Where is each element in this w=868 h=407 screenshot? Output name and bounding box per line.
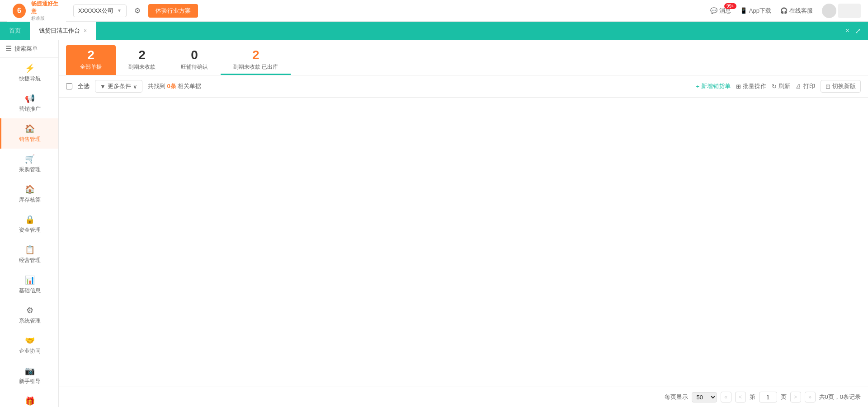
stat-label-all: 全部单据 <box>80 63 102 71</box>
switch-label: 切换新版 <box>832 82 856 90</box>
switch-icon: ⊡ <box>826 83 830 90</box>
found-prefix: 共找到 <box>148 83 165 89</box>
top-bar-content: XXXXXX公司 ▼ ⚙ 体验行业方案 💬 消息 99+ 📱 App下载 🎧 在… <box>66 4 861 18</box>
guide-icon: 📷 <box>25 366 35 376</box>
print-label: 打印 <box>803 82 815 90</box>
stat-number-pending: 0 <box>191 48 198 62</box>
sidebar-label-marketing: 营销推广 <box>19 105 41 113</box>
app-download-button[interactable]: 📱 App下载 <box>740 7 771 15</box>
last-page-button[interactable]: » <box>805 392 816 402</box>
online-support-label: 在线客服 <box>789 7 813 15</box>
experience-button[interactable]: 体验行业方案 <box>148 4 198 18</box>
add-sales-order-button[interactable]: + 新增销货单 <box>696 82 731 90</box>
tab-active[interactable]: 钱货日清工作台 × <box>30 22 96 40</box>
tab-home[interactable]: 首页 <box>0 22 30 40</box>
stat-tab-all[interactable]: 2 全部单据 <box>66 45 116 75</box>
close-tab-icon[interactable]: × <box>84 28 87 34</box>
first-page-button[interactable]: « <box>721 392 731 402</box>
sidebar-item-operations[interactable]: 📋 经营管理 <box>0 239 58 270</box>
system-icon: ⚙ <box>26 305 33 315</box>
app-center-icon: 🎁 <box>25 396 35 406</box>
stat-tab-overdue[interactable]: 2 到期未收款 <box>116 45 168 75</box>
filter-button[interactable]: ▼ 更多条件 ∨ <box>95 80 142 93</box>
select-all-checkbox[interactable] <box>66 83 72 89</box>
print-icon: 🖨 <box>796 83 802 90</box>
sidebar-item-search[interactable]: ☰ 搜索菜单 <box>0 40 58 58</box>
settings-button[interactable]: ⚙ <box>130 4 145 18</box>
message-icon: 💬 <box>710 7 717 14</box>
sidebar-item-quick-nav[interactable]: ⚡ 快捷导航 <box>0 58 58 88</box>
sidebar-item-app-center[interactable]: 🎁 应用中心 <box>0 391 58 407</box>
switch-version-button[interactable]: ⊡ 切换新版 <box>821 80 861 93</box>
total-records-label: 共0页，0条记录 <box>819 393 861 401</box>
online-support-button[interactable]: 🎧 在线客服 <box>780 7 813 15</box>
marketing-icon: 📢 <box>25 94 35 103</box>
logo-title: 畅捷通好生意 <box>31 0 61 15</box>
sidebar-item-cooperation[interactable]: 🤝 企业协同 <box>0 330 58 360</box>
app-download-icon: 📱 <box>740 7 747 14</box>
sales-icon: 🏠 <box>25 124 35 134</box>
sidebar-item-marketing[interactable]: 📢 营销推广 <box>0 88 58 118</box>
sidebar-item-basic-info[interactable]: 📊 基础信息 <box>0 270 58 300</box>
batch-operations-button[interactable]: ⊞ 批量操作 <box>736 82 766 90</box>
window-expand-button[interactable]: ⤢ <box>855 27 861 35</box>
stat-label-pending: 旺辅待确认 <box>181 63 208 71</box>
refresh-button[interactable]: ↻ 刷新 <box>772 82 790 90</box>
inventory-icon: 🏠 <box>25 184 35 194</box>
content-area: 2 全部单据 2 到期未收款 0 旺辅待确认 2 到期未收款 已出库 全选 ▼ … <box>59 40 868 407</box>
sidebar-label-sales: 销售管理 <box>19 136 41 143</box>
top-right-actions: 💬 消息 99+ 📱 App下载 🎧 在线客服 <box>710 4 861 18</box>
sidebar-item-sales[interactable]: 🏠 销售管理 <box>0 118 58 149</box>
purchase-icon: 🛒 <box>25 154 35 164</box>
batch-icon: ⊞ <box>736 83 741 90</box>
stat-number-all: 2 <box>87 48 94 62</box>
prev-page-button[interactable]: < <box>735 392 746 402</box>
logo-icon: 6 <box>13 4 26 18</box>
toolbar-right: + 新增销货单 ⊞ 批量操作 ↻ 刷新 🖨 打印 ⊡ 切换新版 <box>696 80 861 93</box>
table-area <box>59 98 868 387</box>
stat-label-overdue: 到期未收款 <box>128 63 156 71</box>
logo-area: 6 畅捷通好生意 标准版 <box>7 0 66 22</box>
sidebar-item-finance[interactable]: 🔒 资金管理 <box>0 209 58 239</box>
window-close-button[interactable]: × <box>845 27 849 35</box>
stat-number-overdue: 2 <box>138 48 146 62</box>
messages-button[interactable]: 💬 消息 99+ <box>710 7 731 15</box>
support-icon: 🎧 <box>780 7 788 14</box>
sidebar-label-guide: 新手引导 <box>19 378 41 385</box>
page-number-input[interactable] <box>759 392 777 402</box>
sidebar: ☰ 搜索菜单 ⚡ 快捷导航 📢 营销推广 🏠 销售管理 🛒 采购管理 🏠 库存核… <box>0 40 59 407</box>
print-button[interactable]: 🖨 打印 <box>796 82 815 90</box>
pagination: 每页显示 10 20 50 100 « < 第 页 > » 共0页，0条记录 <box>59 387 868 407</box>
operations-icon: 📋 <box>25 245 35 255</box>
sidebar-item-inventory[interactable]: 🏠 库存核算 <box>0 179 58 209</box>
sidebar-item-purchase[interactable]: 🛒 采购管理 <box>0 149 58 179</box>
tab-bar: 首页 钱货日清工作台 × × ⤢ <box>0 22 868 40</box>
page-prefix-label: 第 <box>750 393 755 401</box>
avatar[interactable] <box>822 4 861 18</box>
sidebar-label-system: 系统管理 <box>19 317 41 325</box>
sidebar-label-operations: 经营管理 <box>19 257 41 264</box>
stat-tab-pending[interactable]: 0 旺辅待确认 <box>168 45 221 75</box>
filter-label: 更多条件 <box>108 82 131 90</box>
top-bar: 6 畅捷通好生意 标准版 XXXXXX公司 ▼ ⚙ 体验行业方案 💬 消息 99… <box>0 0 868 22</box>
messages-badge: 99+ <box>724 3 736 9</box>
page-size-select[interactable]: 10 20 50 100 <box>692 392 717 402</box>
next-page-button[interactable]: > <box>790 392 801 402</box>
filter-icon: ▼ <box>100 83 106 90</box>
found-count: 0条 <box>167 83 176 89</box>
tab-active-label: 钱货日清工作台 <box>39 27 80 35</box>
stat-tab-overdue-shipped[interactable]: 2 到期未收款 已出库 <box>221 45 291 75</box>
main-layout: ☰ 搜索菜单 ⚡ 快捷导航 📢 营销推广 🏠 销售管理 🛒 采购管理 🏠 库存核… <box>0 40 868 407</box>
toolbar: 全选 ▼ 更多条件 ∨ 共找到 0条 相关单据 + 新增销货单 ⊞ 批量操作 <box>59 75 868 98</box>
refresh-icon: ↻ <box>772 83 777 90</box>
sidebar-item-system[interactable]: ⚙ 系统管理 <box>0 300 58 330</box>
sidebar-label-purchase: 采购管理 <box>19 166 41 173</box>
basic-info-icon: 📊 <box>25 275 35 285</box>
page-suffix-label: 页 <box>781 393 787 401</box>
sidebar-label-quick-nav: 快捷导航 <box>19 75 41 83</box>
tab-window-actions: × ⤢ <box>845 27 868 35</box>
sidebar-label-inventory: 库存核算 <box>19 196 41 204</box>
avatar-image <box>822 4 836 18</box>
sidebar-item-guide[interactable]: 📷 新手引导 <box>0 360 58 391</box>
company-selector[interactable]: XXXXXX公司 ▼ <box>73 5 127 17</box>
